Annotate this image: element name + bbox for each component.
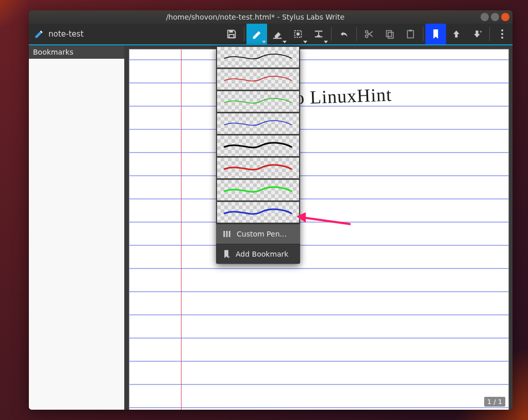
insert-space-button[interactable] [308,24,329,44]
next-page-button[interactable]: + [467,24,487,44]
pen-swatch-2[interactable] [217,91,299,112]
scissors-icon [364,29,374,39]
chevron-down-icon [283,41,287,43]
save-button[interactable] [221,24,242,44]
bookmark-icon [431,28,440,40]
paste-button[interactable] [400,24,421,44]
eraser-icon [272,28,283,40]
svg-text:+: + [479,29,482,34]
svg-rect-9 [409,30,412,31]
clipboard-icon [405,29,416,39]
arrow-up-icon [451,29,461,39]
pen-dropdown-menu: Custom Pen... + Add Bookmark [216,46,300,264]
page-indicator[interactable]: 1 / 1 [484,397,505,407]
sidebar-header: Bookmarks [29,45,124,59]
chevron-down-icon [324,41,328,43]
bookmark-add-icon: + [222,249,230,259]
svg-rect-6 [386,30,391,37]
pen-swatch-3[interactable] [217,113,299,134]
bookmarks-sidebar: Bookmarks [29,45,124,410]
pen-swatch-6[interactable] [217,179,299,200]
pen-icon [251,28,262,40]
pen-swatch-4[interactable] [217,135,299,156]
svg-rect-8 [407,30,414,38]
prev-page-button[interactable] [446,24,467,44]
svg-rect-32 [229,231,230,237]
custom-pen-label: Custom Pen... [237,230,287,238]
eraser-tool-button[interactable] [267,24,288,44]
svg-rect-30 [223,231,225,237]
svg-point-13 [501,37,503,39]
svg-marker-35 [296,212,306,223]
handwritten-text: to LinuxHint [289,84,392,109]
chevron-down-icon [262,41,266,43]
pen-tool-button[interactable] [246,24,267,44]
pen-swatch-0[interactable] [217,47,299,68]
copy-button[interactable] [380,24,400,44]
select-tool-button[interactable] [288,24,308,44]
titlebar: /home/shovon/note-test.html* - Stylus La… [29,10,513,24]
toolbar: note-test [29,24,513,45]
insert-space-icon [313,28,324,40]
window-title: /home/shovon/note-test.html* - Stylus La… [32,13,478,21]
maximize-button[interactable] [491,13,499,21]
svg-rect-0 [229,30,233,33]
chevron-down-icon [303,41,307,43]
document-tab-label: note-test [48,29,84,39]
custom-pen-menu-item[interactable]: Custom Pen... [216,224,300,244]
annotation-arrow [296,211,353,232]
svg-rect-31 [226,231,228,237]
bookmark-button[interactable] [425,24,446,44]
undo-icon [338,28,350,40]
svg-rect-7 [388,32,393,39]
add-bookmark-menu-item[interactable]: + Add Bookmark [216,244,300,264]
svg-rect-1 [229,35,234,38]
copy-icon [385,29,395,39]
arrow-down-new-icon: + [472,29,482,39]
svg-point-12 [501,33,503,35]
add-bookmark-label: Add Bookmark [236,250,288,258]
svg-text:+: + [227,255,230,259]
pencil-icon [34,29,44,39]
pen-swatch-7[interactable] [217,201,299,223]
selection-icon [292,28,304,40]
svg-point-11 [501,29,503,31]
more-vertical-icon [501,29,504,39]
overflow-menu-button[interactable] [492,24,513,44]
save-icon [226,28,237,40]
sidebar-body[interactable] [29,59,124,410]
svg-line-34 [303,217,351,224]
pens-icon [222,229,232,239]
pen-swatch-1[interactable] [217,69,299,90]
undo-button[interactable] [334,24,354,44]
minimize-button[interactable] [481,13,489,21]
svg-rect-3 [296,32,300,36]
margin-line [181,49,182,410]
pen-swatch-5[interactable] [217,157,299,178]
cut-button[interactable] [359,24,380,44]
document-tab[interactable]: note-test [29,24,91,44]
close-button[interactable] [501,13,509,21]
